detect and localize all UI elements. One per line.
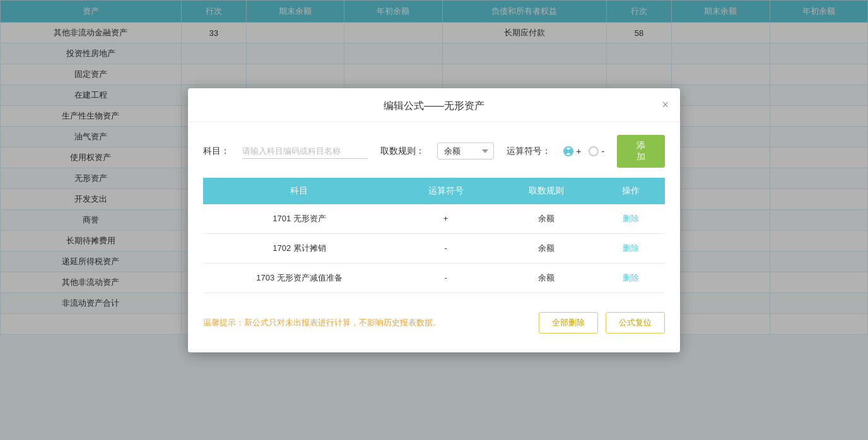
row3-rule: 余额 [496,263,596,292]
row3-subject: 1703 无形资产减值准备 [203,263,396,292]
subject-label: 科目： [203,146,230,157]
row3-action: 删除 [596,263,665,292]
table-row: 1703 无形资产减值准备 - 余额 删除 [203,263,665,292]
rule-select[interactable]: 余额 借方 贷方 借方发生额 贷方发生额 [437,142,494,159]
modal-header: 编辑公式——无形资产 × [188,88,680,122]
formula-table: 科目 运算符号 取数规则 操作 1701 无形资产 + 余额 删除 [203,178,665,293]
th-rule: 取数规则 [496,178,596,204]
formula-table-wrap: 科目 运算符号 取数规则 操作 1701 无形资产 + 余额 删除 [188,178,680,293]
th-operator: 运算符号 [396,178,496,204]
row3-operator: - [396,263,496,292]
radio-circle-minus [589,146,599,156]
close-button[interactable]: × [662,99,669,110]
edit-formula-modal: 编辑公式——无形资产 × 科目： 取数规则： 余额 借方 贷方 借方发生额 贷方… [188,88,680,352]
row2-operator: - [396,233,496,263]
rule-label: 取数规则： [380,146,425,157]
operator-radio-group: + - [563,146,604,156]
row2-delete-link[interactable]: 删除 [623,243,639,253]
row1-rule: 余额 [496,204,596,234]
row1-operator: + [396,204,496,234]
row1-action: 删除 [596,204,665,234]
delete-all-button[interactable]: 全部删除 [539,312,598,333]
th-action: 操作 [596,178,665,204]
row1-subject: 1701 无形资产 [203,204,396,234]
modal-footer: 温馨提示：新公式只对未出报表进行计算，不影响历史报表数据。 全部删除 公式复位 [188,299,680,333]
table-row: 1701 无形资产 + 余额 删除 [203,204,665,234]
operator-minus-radio[interactable]: - [589,146,604,156]
table-row: 1702 累计摊销 - 余额 删除 [203,233,665,263]
subject-input[interactable] [242,144,368,159]
footer-tip: 温馨提示：新公式只对未出报表进行计算，不影响历史报表数据。 [203,317,539,328]
formula-form: 科目： 取数规则： 余额 借方 贷方 借方发生额 贷方发生额 运算符号： [188,122,680,178]
operator-minus-label: - [601,146,604,156]
row2-subject: 1702 累计摊销 [203,233,396,263]
reset-formula-button[interactable]: 公式复位 [606,312,665,333]
rule-select-wrap: 余额 借方 贷方 借方发生额 贷方发生额 [437,142,494,159]
modal-title: 编辑公式——无形资产 [384,100,484,111]
th-subject: 科目 [203,178,396,204]
row2-action: 删除 [596,233,665,263]
footer-buttons: 全部删除 公式复位 [539,312,665,333]
row1-delete-link[interactable]: 删除 [623,214,639,223]
radio-circle-plus [563,146,573,156]
operator-plus-radio[interactable]: + [563,146,581,156]
operator-label: 运算符号： [507,146,551,157]
row3-delete-link[interactable]: 删除 [623,273,639,282]
operator-plus-label: + [576,146,581,156]
row2-rule: 余额 [496,233,596,263]
add-button[interactable]: 添加 [617,135,665,168]
modal-overlay: 编辑公式——无形资产 × 科目： 取数规则： 余额 借方 贷方 借方发生额 贷方… [0,0,868,440]
